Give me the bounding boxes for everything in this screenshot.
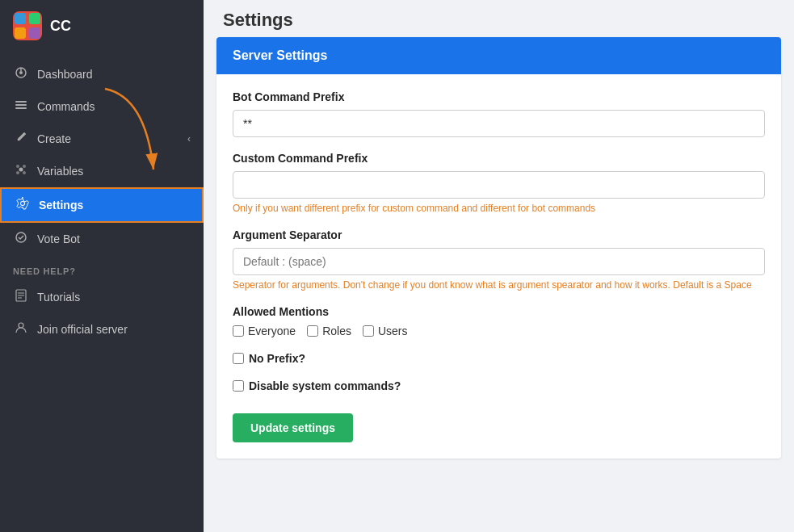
card-body: Bot Command Prefix Custom Command Prefix… [216,74,781,459]
settings-card: Server Settings Bot Command Prefix Custo… [216,37,781,459]
sidebar-item-variables-label: Variables [37,165,83,178]
disable-system-commands-label[interactable]: Disable system commands? [249,379,401,392]
page-title: Settings [204,0,794,37]
svg-point-21 [19,323,23,328]
users-checkbox-label[interactable]: Users [363,325,408,337]
svg-point-13 [16,171,19,174]
custom-command-prefix-label: Custom Command Prefix [233,152,765,165]
allowed-mentions-label: Allowed Mentions [233,305,765,318]
main-content: Settings Server Settings Bot Command Pre… [204,0,794,532]
everyone-label: Everyone [248,325,296,337]
bot-command-prefix-label: Bot Command Prefix [233,90,765,103]
sidebar-item-join-official-server[interactable]: Join official server [0,313,204,346]
svg-point-14 [23,171,26,174]
no-prefix-checkbox[interactable] [233,353,244,364]
svg-rect-1 [15,13,26,24]
custom-command-prefix-group: Custom Command Prefix Only if you want d… [233,152,765,214]
custom-command-prefix-input[interactable] [233,171,765,199]
disable-system-commands-group: Disable system commands? [233,379,765,392]
disable-system-commands-checkbox[interactable] [233,380,244,392]
users-label: Users [378,325,408,337]
dashboard-icon [13,66,29,82]
roles-label: Roles [322,325,351,337]
app-logo [13,11,42,40]
create-chevron: ‹ [187,133,191,145]
users-checkbox[interactable] [363,325,374,337]
svg-rect-8 [15,101,27,103]
svg-point-6 [19,71,23,74]
votebot-icon [13,231,29,247]
sidebar-item-dashboard-label: Dashboard [37,68,93,81]
sidebar-item-join-official-server-label: Join official server [37,323,128,336]
sidebar-item-votebot-label: Vote Bot [37,232,80,245]
sidebar-item-settings-label: Settings [39,199,83,212]
svg-point-11 [16,165,19,168]
sidebar-item-tutorials[interactable]: Tutorials [0,281,204,313]
argument-separator-group: Argument Separator Seperator for argumen… [233,228,765,291]
roles-checkbox[interactable] [307,325,318,337]
settings-icon [15,197,31,213]
sidebar-item-create[interactable]: Create ‹ [0,123,204,155]
sidebar-item-dashboard[interactable]: Dashboard [0,58,204,90]
allowed-mentions-group: Allowed Mentions Everyone Roles Users [233,305,765,337]
everyone-checkbox-label[interactable]: Everyone [233,325,296,337]
sidebar-brand: CC [50,18,71,35]
sidebar: CC Dashboard Commands Create ‹ [0,0,204,532]
update-settings-button[interactable]: Update settings [233,413,353,442]
tutorials-icon [13,289,29,305]
card-header: Server Settings [216,37,781,74]
svg-rect-2 [29,13,40,24]
no-prefix-label[interactable]: No Prefix? [249,352,305,365]
bot-command-prefix-input[interactable] [233,110,765,137]
svg-point-15 [19,168,23,172]
sidebar-item-votebot[interactable]: Vote Bot [0,223,204,255]
variables-icon [13,163,29,179]
svg-rect-3 [15,27,26,39]
argument-separator-hint: Seperator for arguments. Don't change if… [233,279,765,291]
custom-command-prefix-hint: Only if you want different prefix for cu… [233,203,765,214]
sidebar-nav: Dashboard Commands Create ‹ Variables [0,52,204,532]
sidebar-item-commands[interactable]: Commands [0,90,204,123]
sidebar-item-variables[interactable]: Variables [0,155,204,187]
everyone-checkbox[interactable] [233,325,244,337]
bot-command-prefix-group: Bot Command Prefix [233,90,765,137]
create-icon [13,131,29,147]
disable-system-commands-row: Disable system commands? [233,379,765,392]
roles-checkbox-label[interactable]: Roles [307,325,351,337]
sidebar-item-tutorials-label: Tutorials [37,291,80,304]
sidebar-item-create-label: Create [37,132,71,145]
argument-separator-label: Argument Separator [233,228,765,241]
sidebar-item-settings[interactable]: Settings [0,187,204,223]
commands-icon [13,98,29,115]
sidebar-header: CC [0,0,204,52]
join-server-icon [13,321,29,337]
sidebar-item-commands-label: Commands [37,100,95,113]
no-prefix-row: No Prefix? [233,352,765,365]
svg-rect-9 [15,104,27,106]
argument-separator-input[interactable] [233,248,765,275]
no-prefix-group: No Prefix? [233,352,765,365]
need-help-section-label: NEED HELP? [0,255,204,281]
mentions-options: Everyone Roles Users [233,325,765,337]
svg-point-12 [23,165,26,168]
svg-rect-10 [15,107,27,109]
svg-rect-4 [29,27,40,39]
